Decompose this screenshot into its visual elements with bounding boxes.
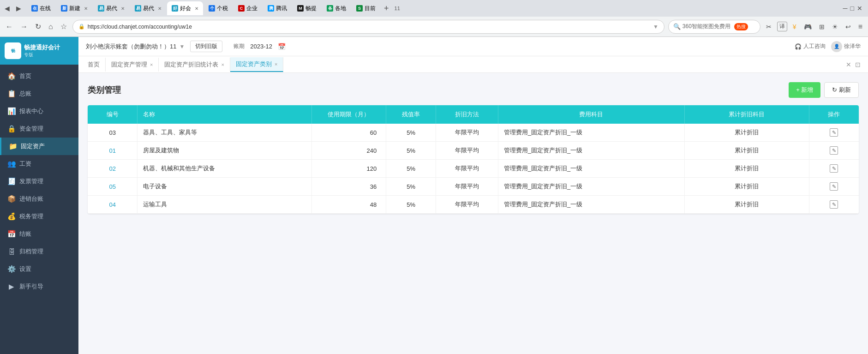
browser-tab-haohui[interactable]: 好 好会 ✕ bbox=[167, 1, 203, 15]
browser-tab-gedi[interactable]: 各 各地 bbox=[322, 1, 351, 15]
tab-nav-close-icon[interactable]: ✕ bbox=[846, 61, 851, 68]
edit-button[interactable]: ✎ bbox=[830, 128, 838, 137]
browser-tab-xinjian[interactable]: 新 新建 ✕ bbox=[56, 1, 92, 15]
edit-button[interactable]: ✎ bbox=[830, 164, 838, 173]
tab-close-icon[interactable]: ✕ bbox=[121, 6, 125, 11]
service-label: 人工咨询 bbox=[803, 42, 826, 50]
top-header: 刘小艳演示账套（勿删勿动！）11 ▼ 切到旧版 账期 2023-12 📅 🎧 人… bbox=[78, 37, 868, 56]
sidebar-item-invoice[interactable]: 🧾 发票管理 bbox=[0, 173, 78, 190]
tab-label: 易代 bbox=[106, 5, 117, 12]
new-tab-button[interactable]: + bbox=[381, 1, 392, 15]
user-info[interactable]: 👤 徐泽华 bbox=[831, 41, 861, 52]
browser-tab-yidai1[interactable]: 易 易代 ✕ bbox=[93, 1, 129, 15]
sidebar-item-inventory[interactable]: 📦 进销台账 bbox=[0, 190, 78, 208]
refresh-button[interactable]: ↻ 刷新 bbox=[824, 82, 859, 98]
scissors-icon[interactable]: ✂ bbox=[764, 22, 773, 31]
forward-button[interactable]: ▶ bbox=[13, 4, 24, 13]
sidebar-item-guide[interactable]: ▶ 新手引导 bbox=[0, 278, 78, 295]
sidebar-item-tax[interactable]: 💰 税务管理 bbox=[0, 208, 78, 225]
cell-name: 房屋及建筑物 bbox=[138, 142, 311, 160]
tab-depreciation[interactable]: 固定资产折旧统计表 × bbox=[159, 58, 230, 72]
browser-tab-zaixin[interactable]: 在 在线 bbox=[27, 1, 55, 15]
cell-accumulated: 累计折旧 bbox=[685, 196, 809, 214]
sidebar-item-payroll[interactable]: 👥 工资 bbox=[0, 155, 78, 173]
tab-label: 企业 bbox=[246, 5, 257, 12]
close-browser-button[interactable]: ✕ bbox=[857, 5, 862, 12]
bookmark-button[interactable]: ☆ bbox=[59, 20, 69, 33]
tab-nav-expand-icon[interactable]: ⊡ bbox=[855, 61, 861, 68]
service-button[interactable]: 🎧 人工咨询 bbox=[795, 42, 826, 50]
col-header-period: 使用期限（月） bbox=[311, 105, 386, 124]
edit-button[interactable]: ✎ bbox=[830, 182, 838, 191]
tab-home[interactable]: 首页 bbox=[82, 58, 106, 72]
sidebar-item-archive[interactable]: 🗄 归档管理 bbox=[0, 243, 78, 260]
tab-close-icon[interactable]: ✕ bbox=[195, 6, 198, 11]
undo-icon[interactable]: ↩ bbox=[844, 22, 853, 31]
dropdown-arrow-icon[interactable]: ▼ bbox=[179, 43, 185, 50]
tab-asset-mgmt[interactable]: 固定资产管理 × bbox=[106, 58, 159, 72]
grid-icon[interactable]: ⊞ bbox=[817, 22, 826, 31]
browser-tab-geshui[interactable]: 个 个税 bbox=[204, 1, 233, 15]
currency-icon[interactable]: ¥ bbox=[791, 22, 798, 31]
cell-action: ✎ bbox=[809, 178, 859, 196]
forward-nav-button[interactable]: → bbox=[18, 21, 30, 33]
sidebar-item-report[interactable]: 📊 报表中心 bbox=[0, 102, 78, 120]
code-link[interactable]: 01 bbox=[109, 147, 115, 154]
url-dropdown-icon[interactable]: ▼ bbox=[653, 24, 658, 30]
asset-icon: 📁 bbox=[9, 142, 17, 150]
calendar-icon[interactable]: 📅 bbox=[278, 43, 286, 50]
browser-tab-yidai2[interactable]: 易 易代 ✕ bbox=[130, 1, 166, 15]
restore-button[interactable]: □ bbox=[850, 5, 854, 12]
sidebar-item-ledger[interactable]: 📋 总账 bbox=[0, 85, 78, 102]
menu-icon[interactable]: ≡ bbox=[856, 22, 864, 32]
cell-action: ✎ bbox=[809, 142, 859, 160]
sidebar-item-asset[interactable]: 📁 固定资产 bbox=[0, 138, 78, 155]
url-bar[interactable]: 🔒 https://cloud.chanjet.com/accounting/u… bbox=[72, 20, 664, 34]
tab-close-category-icon[interactable]: × bbox=[275, 61, 277, 67]
logo-main-text: 畅捷通好会计 bbox=[24, 43, 60, 52]
search-box[interactable]: 🔍 360智能抠图免费用 热搜 bbox=[668, 20, 760, 34]
tab-close-icon[interactable]: ✕ bbox=[84, 6, 88, 11]
col-header-method: 折旧方法 bbox=[436, 105, 498, 124]
table-row: 02 机器、机械和其他生产设备 120 5% 年限平均 管理费用_固定资产折旧_… bbox=[88, 160, 859, 178]
tab-category[interactable]: 固定资产类别 × bbox=[230, 57, 283, 72]
sidebar-label-home: 首页 bbox=[19, 72, 31, 80]
switch-version-button[interactable]: 切到旧版 bbox=[190, 41, 222, 52]
cell-accumulated: 累计折旧 bbox=[685, 160, 809, 178]
browser-tab-changjie[interactable]: M 畅提 bbox=[293, 1, 321, 15]
cell-period: 36 bbox=[311, 178, 386, 196]
add-button[interactable]: + 新增 bbox=[789, 82, 820, 98]
code-link[interactable]: 02 bbox=[109, 165, 115, 172]
tab-close-depreciation-icon[interactable]: × bbox=[221, 62, 224, 67]
col-header-accumulated: 累计折旧科目 bbox=[685, 105, 809, 124]
table-row: 04 运输工具 48 5% 年限平均 管理费用_固定资产折旧_一级 累计折旧 ✎ bbox=[88, 196, 859, 214]
cell-method: 年限平均 bbox=[436, 160, 498, 178]
cell-expense: 管理费用_固定资产折旧_一级 bbox=[498, 196, 684, 214]
tab-close-icon[interactable]: ✕ bbox=[158, 6, 162, 11]
sidebar-item-home[interactable]: 🏠 首页 bbox=[0, 67, 78, 85]
browser-tab-muqian[interactable]: S 目前 bbox=[352, 1, 380, 15]
browser-tab-qiye[interactable]: C 企业 bbox=[233, 1, 262, 15]
browser-tab-tengxun[interactable]: 腾 腾讯 bbox=[263, 1, 292, 15]
table-row: 03 器具、工具、家具等 60 5% 年限平均 管理费用_固定资产折旧_一级 累… bbox=[88, 124, 859, 142]
translate-icon[interactable]: 译 bbox=[777, 22, 787, 31]
home-nav-button[interactable]: ⌂ bbox=[47, 21, 55, 33]
search-placeholder-text: 360智能抠图免费用 bbox=[682, 23, 730, 30]
sidebar-item-closing[interactable]: 📅 结账 bbox=[0, 225, 78, 243]
code-link[interactable]: 04 bbox=[109, 201, 115, 208]
edit-button[interactable]: ✎ bbox=[830, 200, 838, 209]
back-button[interactable]: ◀ bbox=[2, 4, 12, 13]
code-link[interactable]: 05 bbox=[109, 183, 115, 190]
back-nav-button[interactable]: ← bbox=[4, 21, 15, 33]
cell-name: 器具、工具、家具等 bbox=[138, 124, 311, 142]
tab-close-asset-mgmt-icon[interactable]: × bbox=[150, 62, 153, 67]
reload-button[interactable]: ↻ bbox=[33, 20, 43, 33]
tab-favicon: 易 bbox=[135, 5, 141, 12]
sun-icon[interactable]: ☀ bbox=[830, 22, 840, 31]
user-name: 徐泽华 bbox=[844, 42, 861, 50]
sidebar-item-fund[interactable]: 🔒 资金管理 bbox=[0, 120, 78, 138]
edit-button[interactable]: ✎ bbox=[830, 146, 838, 155]
sidebar-item-settings[interactable]: ⚙️ 设置 bbox=[0, 260, 78, 278]
game-icon[interactable]: 🎮 bbox=[802, 22, 814, 31]
minimize-button[interactable]: ─ bbox=[843, 5, 848, 12]
